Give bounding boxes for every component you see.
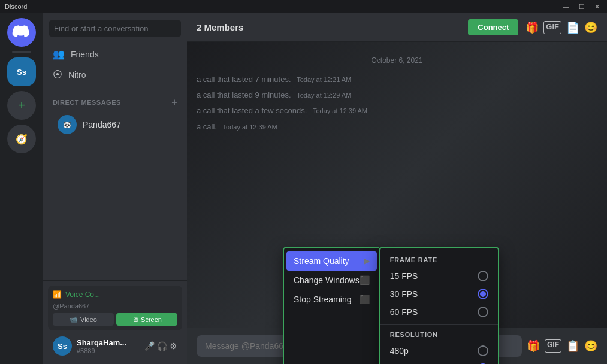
connect-button[interactable]: Connect — [468, 19, 518, 35]
panda667-name: Panda667 — [83, 120, 121, 129]
screen-label: Screen — [141, 316, 162, 323]
fps-15-label: 15 FPS — [390, 271, 418, 281]
chat-message-1: a call that lasted 7 minutes. Today at 1… — [197, 74, 597, 85]
sticker-icon[interactable]: 📄 — [566, 21, 579, 34]
gift-icon[interactable]: 🎁 — [526, 21, 539, 34]
rail-explore[interactable]: 🧭 — [7, 125, 36, 153]
nitro-icon: ⦿ — [53, 69, 62, 80]
res-720p-item[interactable]: 720p — [380, 360, 498, 364]
res-480p-radio[interactable] — [478, 345, 488, 356]
username: SharqaHam... — [77, 338, 140, 347]
rail-server-add[interactable]: + — [7, 91, 36, 120]
stream-quality-item[interactable]: Stream Quality ▶ — [286, 251, 377, 271]
close-button[interactable]: ✕ — [592, 3, 602, 11]
rail-divider — [12, 51, 31, 53]
voice-actions: 📹 Video 🖥 Screen — [53, 313, 177, 326]
search-input[interactable] — [49, 20, 181, 37]
fps-60-radio[interactable] — [478, 307, 488, 317]
message-text-2: a call that lasted 9 minutes. — [197, 90, 291, 99]
voice-status: 📶 Voice Co... @Panda667 📹 Video 🖥 Screen — [48, 286, 182, 330]
timestamp-4: Today at 12:39 AM — [223, 123, 277, 131]
user-avatar: Ss — [53, 336, 72, 356]
chat-message-3: a call that lasted a few seconds. Today … — [197, 105, 597, 116]
stream-quality-arrow-icon: ▶ — [364, 257, 370, 265]
submenu-divider — [380, 324, 498, 325]
fps-30-radio[interactable] — [478, 289, 488, 299]
res-480p-label: 480p — [390, 346, 409, 356]
stream-quality-submenu: FRAME RATE 15 FPS 30 FPS 60 FPS RESOLUTI… — [379, 247, 499, 364]
resolution-header: RESOLUTION — [380, 329, 498, 342]
screen-button[interactable]: 🖥 Screen — [116, 313, 177, 326]
titlebar-title: Discord — [5, 3, 27, 10]
minimize-button[interactable]: — — [560, 3, 572, 11]
friends-label: Friends — [71, 50, 99, 59]
video-button[interactable]: 📹 Video — [53, 313, 114, 326]
sidebar-bottom: 📶 Voice Co... @Panda667 📹 Video 🖥 Screen — [43, 280, 187, 364]
user-tag: #5889 — [77, 347, 140, 354]
microphone-icon[interactable]: 🎤 — [144, 341, 155, 351]
nav-nitro[interactable]: ⦿ Nitro — [48, 65, 182, 85]
message-text-3: a call that lasted a few seconds. — [197, 106, 307, 115]
video-icon: 📹 — [70, 316, 78, 323]
members-bar: 2 Members Connect 🎁 GIF 📄 😊 — [187, 13, 607, 42]
dm-section-header: Direct Messages + — [43, 87, 187, 110]
emoji-icon[interactable]: 😊 — [584, 21, 597, 34]
voice-bars-icon: 📶 — [53, 290, 62, 299]
sidebar-spacer — [43, 139, 187, 280]
add-dm-button[interactable]: + — [171, 97, 177, 108]
stop-streaming-icon: ⬛ — [360, 295, 370, 304]
change-windows-icon: ⬛ — [360, 275, 370, 285]
frame-rate-header: FRAME RATE — [380, 254, 498, 267]
user-info: SharqaHam... #5889 — [77, 338, 140, 354]
user-controls: 🎤 🎧 ⚙ — [144, 341, 177, 351]
panda667-avatar: 🐼 — [58, 115, 77, 134]
chat-input-icons: 🎁 GIF 📋 😊 — [527, 339, 597, 353]
fps-15-item[interactable]: 15 FPS — [380, 267, 498, 285]
stop-streaming-item[interactable]: Stop Streaming ⬛ — [286, 290, 377, 309]
discord-logo-icon — [12, 23, 31, 42]
voice-channel-name: Voice Co... — [65, 290, 177, 299]
video-label: Video — [80, 316, 97, 323]
discord-home-button[interactable] — [7, 18, 36, 47]
rail-server-panda[interactable]: Ss — [7, 57, 36, 86]
context-menu-outer: Stream Quality ▶ Change Windows ⬛ Stop S… — [283, 247, 500, 364]
main-content: 2 Members Connect 🎁 GIF 📄 😊 October 6, 2… — [187, 13, 607, 364]
sticker-input-icon[interactable]: 📋 — [566, 339, 579, 353]
chat-message-2: a call that lasted 9 minutes. Today at 1… — [197, 90, 597, 101]
gif-icon[interactable]: GIF — [543, 21, 561, 34]
header-icons: 🎁 GIF 📄 😊 — [526, 21, 597, 34]
fps-15-radio[interactable] — [478, 271, 488, 281]
voice-status-username: @Panda667 — [53, 302, 177, 310]
timestamp-1: Today at 12:21 AM — [297, 76, 351, 83]
message-text-4: a call. — [197, 122, 217, 131]
timestamp-3: Today at 12:39 AM — [313, 107, 367, 114]
fps-60-item[interactable]: 60 FPS — [380, 303, 498, 321]
res-480p-item[interactable]: 480p — [380, 342, 498, 360]
voice-status-top: 📶 Voice Co... — [53, 290, 177, 299]
gif-input-icon[interactable]: GIF — [545, 339, 561, 353]
app-body: Ss + 🧭 👥 Friends ⦿ Nitro Direct Messages… — [0, 13, 607, 364]
message-text-1: a call that lasted 7 minutes. — [197, 75, 291, 84]
chat-message-4: a call. Today at 12:39 AM — [197, 122, 597, 132]
nav-friends[interactable]: 👥 Friends — [48, 44, 182, 65]
fps-30-item[interactable]: 30 FPS — [380, 285, 498, 303]
fps-60-label: 60 FPS — [390, 307, 418, 317]
dm-nav: 👥 Friends ⦿ Nitro — [43, 41, 187, 87]
headset-icon[interactable]: 🎧 — [157, 341, 167, 351]
members-count: 2 Members — [197, 22, 243, 32]
change-windows-item[interactable]: Change Windows ⬛ — [286, 271, 377, 290]
change-windows-label: Change Windows — [294, 275, 360, 285]
chat-date: October 6, 2021 — [197, 56, 597, 65]
icon-rail: Ss + 🧭 — [0, 13, 43, 364]
dm-user-panda667[interactable]: 🐼 Panda667 — [48, 110, 182, 139]
titlebar-controls: — ☐ ✕ — [560, 3, 602, 11]
maximize-button[interactable]: ☐ — [576, 3, 587, 11]
gift-input-icon[interactable]: 🎁 — [527, 339, 540, 353]
titlebar: Discord — ☐ ✕ — [0, 0, 607, 13]
dm-sidebar: 👥 Friends ⦿ Nitro Direct Messages + 🐼 Pa… — [43, 13, 187, 364]
stream-quality-label: Stream Quality — [294, 256, 349, 266]
emoji-input-icon[interactable]: 😊 — [584, 339, 597, 353]
dm-header-text: Direct Messages — [53, 99, 121, 106]
settings-icon[interactable]: ⚙ — [170, 341, 177, 351]
stop-streaming-label: Stop Streaming — [294, 295, 352, 304]
